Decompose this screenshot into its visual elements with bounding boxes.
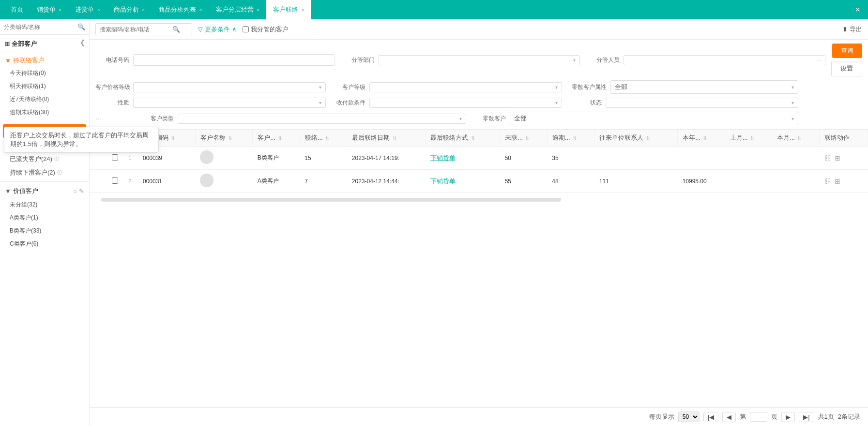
filter-customer-level: 客户等级 ▾ — [332, 82, 562, 92]
row1-unit-contact — [594, 147, 678, 170]
set-button[interactable]: 设置 — [831, 61, 862, 76]
filter-actions: 查询 设置 — [831, 44, 862, 76]
price-level-select[interactable]: ▾ — [133, 82, 326, 92]
payment-select[interactable]: ▾ — [369, 98, 562, 108]
main-search-icon[interactable]: 🔍 — [172, 26, 180, 33]
zero-attr-select[interactable]: 全部 ▾ — [610, 80, 798, 94]
sidebar-item-today[interactable]: 今天待联络(0) — [0, 67, 89, 80]
sidebar-item-class-c[interactable]: C类客户(6) — [0, 237, 89, 250]
more-conditions-button[interactable]: ▽ 更多条件 ∧ — [198, 25, 237, 34]
row2-checkbox[interactable] — [107, 170, 123, 193]
sidebar-group-pending: ▼ 待联络客户 — [0, 53, 89, 67]
chevron-down-icon-6: ▾ — [555, 100, 558, 105]
status-select[interactable]: ▾ — [606, 98, 798, 108]
overdue-column-header[interactable]: 逾期... ⇅ — [547, 130, 594, 147]
sidebar-item-ungrouped[interactable]: 未分组(32) — [0, 198, 89, 211]
close-purchase-icon[interactable]: × — [97, 7, 100, 13]
last-month-column-header[interactable]: 上月... ⇅ — [725, 130, 772, 147]
row1-last-method[interactable]: 下销货单 — [426, 147, 500, 170]
row2-grid-icon[interactable]: ⊞ — [835, 177, 840, 185]
sidebar-item-tomorrow[interactable]: 明天待联络(1) — [0, 80, 89, 93]
sidebar-item-7days[interactable]: 近7天待联络(0) — [0, 93, 89, 106]
table-horizontal-scrollbar[interactable] — [101, 198, 561, 202]
row1-method-link[interactable]: 下销货单 — [430, 154, 456, 162]
sidebar-item-class-a[interactable]: A类客户(1) — [0, 211, 89, 224]
close-analysis-list-icon[interactable]: × — [199, 7, 202, 13]
sidebar-search-icon[interactable]: 🔍 — [77, 23, 85, 30]
prev-page-button[interactable]: ◀ — [722, 412, 736, 422]
table-body: 1 000039 B类客户 15 2023-04-17 14:19: 下销货单 … — [90, 147, 868, 193]
person-select[interactable]: ··· — [624, 55, 825, 65]
table-row: 2 000031 A类客户 7 2023-04-12 14:44: 下销货单 5… — [90, 170, 868, 193]
sort-lastmonth-icon: ⇅ — [750, 135, 754, 141]
first-page-button[interactable]: |◀ — [703, 412, 718, 422]
sidebar-item-class-b[interactable]: B类客户(33) — [0, 224, 89, 237]
nav-customer-tier[interactable]: 客户分层经营 × — [209, 0, 266, 19]
name-column-header[interactable]: 客户名称 ⇅ — [195, 130, 252, 147]
main-search-input[interactable] — [100, 26, 172, 33]
row1-this-year — [678, 147, 725, 170]
last-date-column-header[interactable]: 最后联络日期 ⇅ — [347, 130, 426, 147]
per-page-select[interactable]: 50 — [678, 411, 700, 422]
sidebar-item-overdue[interactable]: 逾期未联络(30) — [0, 106, 89, 119]
row2-select-checkbox[interactable] — [112, 177, 118, 184]
edit-value-group-icon[interactable]: ○ ✎ — [74, 188, 84, 195]
close-sales-icon[interactable]: × — [59, 7, 61, 13]
chevron-down-icon-8: ▾ — [459, 116, 462, 121]
customer-type-select[interactable]: ▾ — [178, 114, 466, 124]
nav-analysis[interactable]: 商品分析 × — [107, 0, 152, 19]
row1-grid-icon[interactable]: ⊞ — [835, 154, 840, 162]
phone-input[interactable] — [133, 54, 335, 66]
sidebar-search-input[interactable] — [4, 24, 77, 30]
nav-analysis-list[interactable]: 商品分析列表 × — [152, 0, 209, 19]
expand-icon: ▼ — [5, 57, 11, 64]
row2-last-method[interactable]: 下销货单 — [426, 170, 500, 193]
nav-purchase[interactable]: 进货单 × — [68, 0, 107, 19]
nav-home[interactable]: 首页 — [4, 0, 30, 19]
this-month-column-header[interactable]: 本月... ⇅ — [772, 130, 820, 147]
close-customer-tier-icon[interactable]: × — [257, 7, 259, 13]
nav-sales[interactable]: 销货单 × — [30, 0, 68, 19]
zero-customer-select[interactable]: 全部 ▾ — [510, 112, 798, 125]
actions-column-header: 联络动作 — [819, 130, 868, 147]
row2-actions: ⛓ ⊞ — [819, 170, 868, 193]
filter-row-3: 性质 ▾ 收付款条件 ▾ 状态 — [95, 98, 862, 108]
row1-select-checkbox[interactable] — [112, 154, 118, 161]
sidebar-collapse-button[interactable]: 《 — [76, 39, 84, 49]
nav-customer-contact[interactable]: 客户联络 × — [266, 0, 311, 19]
uncontacted-column-header[interactable]: 未联... ⇅ — [500, 130, 548, 147]
last-method-column-header[interactable]: 最后联络方式 ⇅ — [426, 130, 500, 147]
next-page-button[interactable]: ▶ — [781, 412, 795, 422]
close-all-tabs-button[interactable]: × — [855, 5, 860, 15]
export-button[interactable]: ⬆ 导出 — [842, 25, 862, 34]
dept-select[interactable]: ▾ — [379, 55, 580, 65]
contact-column-header[interactable]: 联络... ⇅ — [300, 130, 347, 147]
query-button[interactable]: 查询 — [832, 44, 862, 58]
sidebar-item-declining[interactable]: 持续下滑客户(2) ⓘ — [0, 166, 89, 179]
this-year-column-header[interactable]: 本年... ⇅ — [678, 130, 725, 147]
close-customer-contact-icon[interactable]: × — [301, 7, 304, 13]
info-icon-4: ⓘ — [57, 169, 62, 176]
sidebar-item-churned[interactable]: 已流失客户(24) ⓘ — [0, 152, 89, 166]
row1-contact: 15 — [300, 147, 347, 170]
unit-contact-column-header[interactable]: 往来单位联系人 ⇅ — [594, 130, 678, 147]
filter-person: 分管人员 ··· — [586, 55, 825, 65]
type-column-header[interactable]: 客户... ⇅ — [253, 130, 300, 147]
table-scrollbar-area — [90, 193, 868, 206]
customer-level-select[interactable]: ▾ — [369, 82, 562, 92]
my-customer-checkbox[interactable] — [243, 26, 249, 32]
last-page-button[interactable]: ▶| — [799, 412, 814, 422]
pagination-bar: 每页显示 50 |◀ ◀ 第 1 页 ▶ ▶| 共1页 2条记录 — [90, 407, 868, 426]
row1-link-icon[interactable]: ⛓ — [824, 154, 831, 162]
sort-uncontacted-icon: ⇅ — [525, 135, 529, 141]
close-analysis-icon[interactable]: × — [142, 7, 145, 13]
filter-bar: 🔍 ▽ 更多条件 ∧ 我分管的客户 ⬆ 导出 — [90, 19, 868, 40]
ellipsis-button[interactable]: ··· — [95, 115, 101, 122]
row2-link-icon[interactable]: ⛓ — [824, 177, 831, 185]
filter-dept: 分管部门 ▾ — [341, 55, 580, 65]
row2-method-link[interactable]: 下销货单 — [430, 177, 456, 185]
sort-type-icon: ⇅ — [278, 135, 282, 141]
table-header-row: ⚙ 客户编码 ⇅ 客户名称 ⇅ — [90, 130, 868, 147]
page-number-input[interactable]: 1 — [750, 412, 767, 422]
nature-select[interactable]: ▾ — [133, 98, 326, 108]
